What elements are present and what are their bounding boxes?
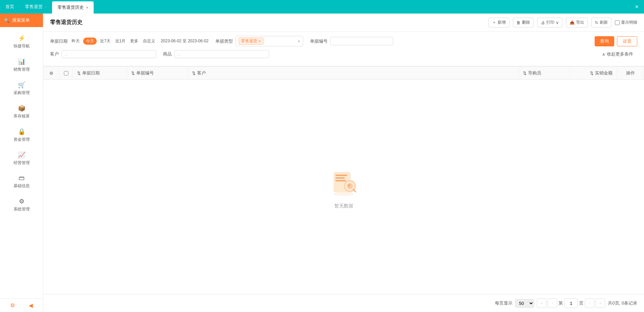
tab-retail-return-label: 零售退货 bbox=[25, 4, 43, 10]
col-guide-sort-icon[interactable]: ⇅ bbox=[523, 71, 527, 76]
base-info-icon: 🗃 bbox=[19, 175, 25, 182]
sidebar-item-operations-label: 经营管理 bbox=[14, 160, 30, 166]
sidebar-item-purchase-mgmt[interactable]: 🛒 采购管理 bbox=[2, 77, 41, 100]
purchase-icon: 🛒 bbox=[18, 81, 25, 89]
col-customer-label: 客户 bbox=[197, 70, 206, 76]
tab-retail-return-history-close[interactable]: × bbox=[86, 5, 88, 9]
empty-text: 暂无数据 bbox=[334, 203, 353, 209]
filter-docno-input[interactable] bbox=[330, 37, 393, 45]
sidebar-item-finance-label: 资金管理 bbox=[14, 137, 30, 142]
window-close-icon[interactable]: × bbox=[635, 3, 639, 10]
date-opt-custom[interactable]: 自定义 bbox=[142, 38, 157, 45]
filter-collapse-btn[interactable]: ∧ 收起更多条件 bbox=[598, 50, 637, 59]
filter-goods-item: 商品 ... bbox=[163, 50, 269, 58]
date-opt-7days[interactable]: 近7天 bbox=[99, 38, 112, 45]
last-page-btn[interactable]: » bbox=[596, 298, 605, 308]
search-icon: 🔍 bbox=[4, 18, 9, 23]
add-icon: ＋ bbox=[492, 20, 496, 25]
date-opt-yesterday[interactable]: 昨天 bbox=[70, 38, 81, 45]
page-unit: 页 bbox=[579, 300, 583, 306]
date-opt-1month[interactable]: 近1月 bbox=[114, 38, 127, 45]
refresh-label: 刷新 bbox=[600, 20, 608, 25]
col-customer-sort-icon[interactable]: ⇅ bbox=[192, 71, 196, 76]
col-ops: 操作 bbox=[617, 67, 644, 80]
refresh-button[interactable]: ↻ 刷新 bbox=[591, 18, 612, 27]
sidebar-item-operations[interactable]: 📈 经营管理 bbox=[2, 147, 41, 170]
page-size-select[interactable]: 50 100 200 bbox=[515, 299, 534, 308]
filter-doctype-select[interactable]: 零售退货 × ∨ bbox=[236, 36, 303, 46]
date-opt-today[interactable]: 今天 bbox=[83, 38, 97, 45]
page-header: 零售退货历史 ＋ 新增 🗑 删除 🖨 打印 ∨ 📤 导出 bbox=[43, 14, 644, 32]
col-docno-label: 单据编号 bbox=[136, 70, 154, 76]
tab-retail-return[interactable]: 零售退货 × bbox=[20, 0, 52, 14]
col-amount: ⇅ 实销金额 bbox=[570, 67, 617, 80]
col-docno: ⇅ 单据编号 bbox=[127, 67, 188, 80]
filter-date-label: 单据日期 bbox=[50, 38, 68, 44]
sidebar-item-sys-mgmt-label: 系统管理 bbox=[14, 206, 30, 212]
select-all-checkbox[interactable] bbox=[64, 71, 68, 75]
export-button[interactable]: 📤 导出 bbox=[566, 18, 588, 27]
export-label: 导出 bbox=[576, 20, 584, 25]
filter-customer-label: 客户 bbox=[50, 51, 59, 57]
add-label: 新增 bbox=[498, 20, 506, 25]
sidebar-item-sys-mgmt[interactable]: ⚙ 系统管理 bbox=[2, 194, 41, 216]
show-detail-label: 显示明细 bbox=[615, 20, 637, 25]
delete-button[interactable]: 🗑 删除 bbox=[513, 18, 534, 27]
sidebar-item-quick-nav[interactable]: ⚡ 快捷导航 bbox=[2, 30, 41, 53]
date-opt-more[interactable]: 更多 bbox=[129, 38, 140, 45]
add-button[interactable]: ＋ 新增 bbox=[488, 18, 509, 27]
tab-retail-return-history-label: 零售退货历史 bbox=[57, 4, 84, 10]
col-customer: ⇅ 客户 bbox=[188, 67, 519, 80]
col-ops-label: 操作 bbox=[626, 70, 635, 76]
sidebar-item-sales-label: 销售管理 bbox=[14, 67, 30, 72]
settings-col-icon: ⚙ bbox=[49, 71, 53, 76]
filter-goods-select[interactable]: ... bbox=[174, 50, 269, 58]
print-arrow-icon: ∨ bbox=[556, 20, 559, 25]
filter-row-2: 客户 ... 商品 ... ∧ 收起更多条件 bbox=[50, 50, 637, 59]
sidebar-item-sales-mgmt[interactable]: 📊 销售管理 bbox=[2, 54, 41, 76]
first-page-btn[interactable]: « bbox=[537, 298, 546, 308]
collapse-sidebar-icon[interactable]: ◀ bbox=[29, 302, 33, 309]
svg-point-9 bbox=[348, 184, 351, 187]
col-docno-sort-icon[interactable]: ⇅ bbox=[131, 71, 135, 76]
filter-doctype-label: 单据类型 bbox=[215, 38, 233, 44]
tab-home[interactable]: 首页 bbox=[0, 0, 20, 14]
query-button[interactable]: 查询 bbox=[595, 36, 614, 46]
tab-retail-return-close[interactable]: × bbox=[45, 5, 47, 9]
page-actions: ＋ 新增 🗑 删除 🖨 打印 ∨ 📤 导出 ↻ 刷 bbox=[488, 18, 637, 27]
col-date-sort-icon[interactable]: ⇅ bbox=[77, 71, 81, 76]
setting-button[interactable]: 设置 bbox=[617, 36, 637, 46]
next-page-btn[interactable]: › bbox=[585, 298, 594, 308]
col-guide-label: 导购员 bbox=[528, 70, 541, 76]
col-amount-sort-icon[interactable]: ⇅ bbox=[590, 71, 594, 76]
sidebar-item-inventory[interactable]: 📦 库存核算 bbox=[2, 101, 41, 123]
col-guide: ⇅ 导购员 bbox=[519, 67, 570, 80]
col-checkbox[interactable] bbox=[59, 68, 73, 79]
prev-page-btn[interactable]: ‹ bbox=[548, 298, 557, 308]
filter-doctype-arrow: ∨ bbox=[297, 39, 300, 43]
sidebar-bottom: ⚙ ◀ bbox=[0, 298, 43, 312]
show-detail-checkbox[interactable] bbox=[615, 20, 620, 25]
sidebar-search[interactable]: 🔍 搜索菜单 bbox=[0, 14, 43, 27]
filter-docno-label: 单据编号 bbox=[310, 38, 328, 44]
settings-bottom-icon[interactable]: ⚙ bbox=[10, 302, 15, 309]
filter-customer-select[interactable]: ... bbox=[62, 50, 156, 58]
tab-retail-return-history[interactable]: 零售退货历史 × bbox=[52, 1, 93, 14]
sidebar-item-base-info[interactable]: 🗃 基础信息 bbox=[2, 171, 41, 193]
collapse-icon: ∧ bbox=[602, 52, 605, 57]
page-number-input[interactable] bbox=[564, 298, 578, 308]
print-button[interactable]: 🖨 打印 ∨ bbox=[537, 18, 563, 27]
tab-list: 首页 零售退货 × 零售退货历史 × bbox=[0, 0, 635, 14]
sidebar-item-inventory-label: 库存核算 bbox=[14, 113, 30, 119]
filter-doctype-item: 单据类型 零售退货 × ∨ bbox=[215, 36, 303, 46]
filter-goods-placeholder: ... bbox=[177, 52, 181, 57]
show-detail-text: 显示明细 bbox=[621, 20, 637, 25]
filter-row-1: 单据日期 昨天 今天 近7天 近1月 更多 自定义 2023-06-02 至 2… bbox=[50, 36, 637, 46]
sidebar-item-finance[interactable]: 🔒 资金管理 bbox=[2, 124, 41, 147]
filter-doctype-tag: 零售退货 × bbox=[239, 38, 263, 45]
col-settings[interactable]: ⚙ bbox=[43, 67, 59, 79]
page-size-label: 每页显示 bbox=[495, 300, 512, 306]
sidebar: 🔍 搜索菜单 ⚡ 快捷导航 📊 销售管理 🛒 采购管理 📦 库存核算 🔒 bbox=[0, 14, 43, 312]
filter-doctype-tag-close[interactable]: × bbox=[259, 39, 261, 44]
col-amount-label: 实销金额 bbox=[595, 70, 613, 76]
